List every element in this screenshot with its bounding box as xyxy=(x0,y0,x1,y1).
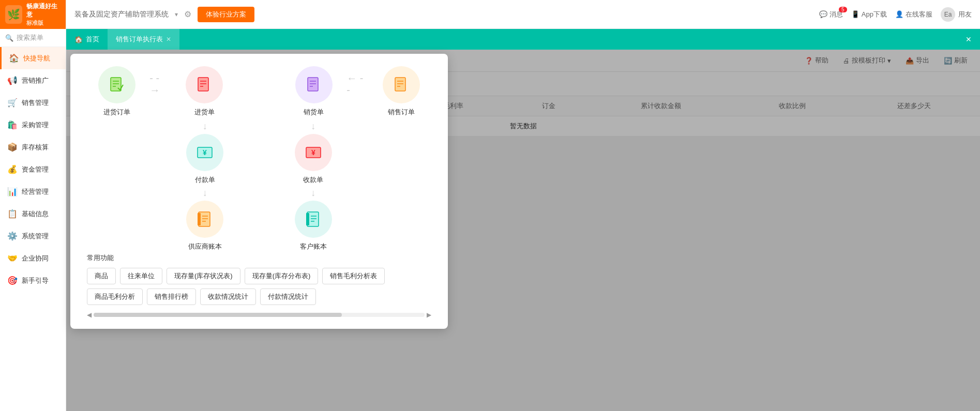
app-logo: 🌿 畅康通好生意 标准版 xyxy=(0,0,66,29)
dropdown-arrow-icon[interactable]: ▾ xyxy=(175,11,178,18)
tab-home[interactable]: 🏠 首页 xyxy=(66,29,108,50)
user-area[interactable]: Ea 用友 xyxy=(941,7,972,22)
flow-node-receipt[interactable]: ¥ 收款单 xyxy=(284,134,343,185)
func-btn-payment-stat[interactable]: 付款情况统计 xyxy=(260,288,316,305)
tab-sales-order-label: 销售订单执行表 xyxy=(116,35,163,44)
header: 装备及固定资产辅助管理系统 ▾ ⚙ 体验行业方案 💬 消息 5 📱 App下载 … xyxy=(66,0,980,29)
svg-rect-21 xyxy=(198,213,201,225)
app-download-label: App下载 xyxy=(862,10,887,19)
sales-bill-icon[interactable] xyxy=(295,66,333,103)
sidebar-item-sales[interactable]: 🛒 销售管理 xyxy=(0,92,66,114)
sidebar-item-label: 快捷导航 xyxy=(23,54,50,63)
flow-node-sales-bill[interactable]: 销货单 xyxy=(284,66,343,117)
sales-order-icon[interactable] xyxy=(383,66,420,103)
sidebar-item-label: 库存核算 xyxy=(22,143,49,152)
inventory-icon: 📦 xyxy=(7,142,18,152)
sidebar-item-management[interactable]: 📊 经营管理 xyxy=(0,180,66,203)
sidebar-item-system[interactable]: ⚙️ 系统管理 xyxy=(0,225,66,247)
system-icon: ⚙️ xyxy=(7,231,18,241)
search-label: 搜索菜单 xyxy=(17,33,43,42)
svg-rect-8 xyxy=(308,78,318,91)
arrow-purchase-order-to-bill-icon: - - → xyxy=(149,72,172,96)
scrollbar-thumb xyxy=(94,313,342,317)
receipt-icon[interactable]: ¥ xyxy=(295,134,332,171)
tab-sales-order[interactable]: 销售订单执行表 ✕ xyxy=(108,29,179,50)
download-icon: 📱 xyxy=(851,10,860,18)
func-btn-sales-rank[interactable]: 销售排行榜 xyxy=(147,288,196,305)
sidebar-search[interactable]: 🔍 搜索菜单 xyxy=(0,29,66,47)
func-btn-sales-profit[interactable]: 销售毛利分析表 xyxy=(322,268,385,284)
sidebar-item-label: 销售管理 xyxy=(22,98,49,108)
message-badge: 5 xyxy=(839,7,847,12)
sidebar-item-quicknav[interactable]: 🏠 快捷导航 xyxy=(0,47,66,69)
sidebar-item-newbie[interactable]: 🎯 新手引导 xyxy=(0,269,66,292)
flow-node-purchase-bill[interactable]: 进货单 xyxy=(175,66,234,117)
func-btn-partner[interactable]: 往来单位 xyxy=(120,268,162,284)
tab-close-icon[interactable]: ✕ xyxy=(166,36,171,43)
purchase-order-icon[interactable] xyxy=(98,66,135,103)
svg-text:¥: ¥ xyxy=(311,148,315,157)
scrollbar-right-arrow-icon[interactable]: ▶ xyxy=(427,311,431,318)
supplier-ledger-label: 供应商账本 xyxy=(188,242,222,251)
func-btn-inventory-status[interactable]: 现存量(库存状况表) xyxy=(167,268,240,284)
close-all-icon[interactable]: ✕ xyxy=(966,35,980,43)
func-btn-product-profit[interactable]: 商品毛利分析 xyxy=(87,288,143,305)
tab-bar: 🏠 首页 销售订单执行表 ✕ ✕ xyxy=(66,29,980,50)
arrow-down-sales-bill-icon: ↓ xyxy=(311,121,315,132)
sidebar-item-label: 资金管理 xyxy=(22,165,49,174)
svg-rect-4 xyxy=(198,78,208,91)
scrollbar-left-arrow-icon[interactable]: ◀ xyxy=(87,311,92,318)
common-func-btns: 商品 往来单位 现存量(库存状况表) 现存量(库存分布表) 销售毛利分析表 商品… xyxy=(87,268,431,305)
quick-nav-popup: 进货订单 - - → 进货单 xyxy=(70,54,448,329)
sidebar-item-label: 采购管理 xyxy=(22,120,49,130)
scrollbar-track[interactable] xyxy=(94,313,425,317)
purchase-bill-icon[interactable] xyxy=(186,66,223,103)
arrow-down-purchase-bill-icon: ↓ xyxy=(203,121,207,132)
sidebar-item-basic[interactable]: 📋 基础信息 xyxy=(0,203,66,225)
customer-ledger-label: 客户账本 xyxy=(300,242,327,251)
header-right: 💬 消息 5 📱 App下载 👤 在线客服 Ea 用友 xyxy=(819,7,972,22)
func-btn-receipt-stat[interactable]: 收款情况统计 xyxy=(200,288,256,305)
arrow-sales-order-to-bill-icon: ← - - xyxy=(346,72,369,96)
flow-node-sales-order[interactable]: 销售订单 xyxy=(372,66,431,117)
supplier-ledger-icon[interactable] xyxy=(186,201,223,238)
customer-ledger-icon[interactable] xyxy=(295,201,332,238)
marketing-icon: 📢 xyxy=(7,75,18,85)
logo-icon: 🌿 xyxy=(5,5,22,24)
management-icon: 📊 xyxy=(7,187,18,196)
service-icon: 👤 xyxy=(895,10,903,18)
payment-icon[interactable]: ¥ xyxy=(186,134,223,171)
online-service-label: 在线客服 xyxy=(906,10,932,19)
sales-icon: 🛒 xyxy=(7,98,18,108)
purchase-order-label: 进货订单 xyxy=(103,108,130,117)
app-download-btn[interactable]: 📱 App下载 xyxy=(851,10,887,19)
sales-order-label: 销售订单 xyxy=(388,108,415,117)
sales-bill-label: 销货单 xyxy=(304,108,324,117)
home-icon: 🏠 xyxy=(74,36,83,43)
svg-rect-12 xyxy=(395,78,405,91)
online-service-btn[interactable]: 👤 在线客服 xyxy=(895,10,932,19)
message-btn[interactable]: 💬 消息 5 xyxy=(819,10,843,19)
flow-node-payment[interactable]: ¥ 付款单 xyxy=(175,134,234,185)
sidebar-item-label: 系统管理 xyxy=(22,232,49,241)
arrow-down-receipt-icon: ↓ xyxy=(311,188,315,199)
arrow-down-payment-icon: ↓ xyxy=(203,188,207,199)
sidebar-item-finance[interactable]: 💰 资金管理 xyxy=(0,158,66,180)
experience-btn[interactable]: 体验行业方案 xyxy=(198,7,254,22)
purchase-bill-label: 进货单 xyxy=(194,108,215,117)
flow-node-customer-ledger[interactable]: 客户账本 xyxy=(284,201,343,251)
sidebar-item-purchase[interactable]: 🛍️ 采购管理 xyxy=(0,114,66,136)
func-btn-product[interactable]: 商品 xyxy=(87,268,116,284)
func-btn-inventory-dist[interactable]: 现存量(库存分布表) xyxy=(245,268,319,284)
user-name: 用友 xyxy=(958,10,972,19)
settings-icon[interactable]: ⚙ xyxy=(184,9,191,19)
sidebar-item-collab[interactable]: 🤝 企业协同 xyxy=(0,247,66,269)
popup-overlay[interactable]: 进货订单 - - → 进货单 xyxy=(66,50,980,411)
flow-node-purchase-order[interactable]: 进货订单 xyxy=(87,66,146,117)
sidebar-item-marketing[interactable]: 📢 营销推广 xyxy=(0,69,66,92)
purchase-icon: 🛍️ xyxy=(7,120,18,130)
sidebar-item-inventory[interactable]: 📦 库存核算 xyxy=(0,136,66,158)
flow-node-supplier-ledger[interactable]: 供应商账本 xyxy=(175,201,234,251)
sidebar-item-label: 企业协同 xyxy=(22,254,49,263)
search-icon: 🔍 xyxy=(5,34,13,42)
